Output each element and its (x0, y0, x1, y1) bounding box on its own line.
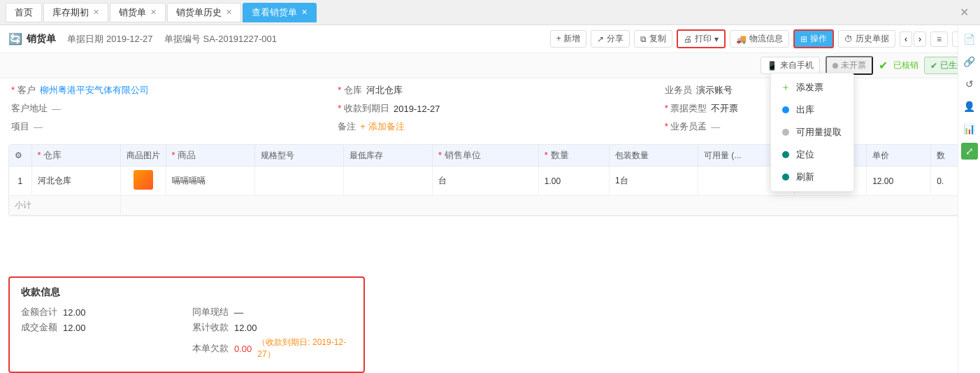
operation-button[interactable]: ⊞ 操作 (793, 29, 834, 48)
window-close-button[interactable]: ✕ (954, 6, 974, 19)
customer-label: 客户 (11, 84, 36, 97)
available-extract-label: 可用量提取 (796, 126, 842, 139)
share-button[interactable]: ↗ 分享 (591, 30, 630, 48)
cell-warehouse: 河北仓库 (31, 167, 120, 196)
not-opened-label: 未开票 (841, 59, 866, 71)
payment-left: 金额合计 12.00 成交金额 12.00 (21, 306, 181, 363)
main-content: 🔄 销货单 单据日期 2019-12-27 单据编号 SA-20191227-0… (0, 25, 980, 373)
total-row: 金额合计 12.00 (21, 306, 181, 318)
tab-view-sales-order-label: 查看销货单 (252, 6, 297, 19)
doc-date-item: 单据日期 2019-12-27 (67, 33, 153, 45)
not-opened-dot (833, 63, 838, 69)
cell-pack-qty: 1台 (609, 167, 698, 196)
dropdown-add-invoice[interactable]: ＋ 添发票 (771, 76, 853, 99)
th-sales-unit: 销售单位 (432, 145, 538, 167)
payment-info-grid: 金额合计 12.00 成交金额 12.00 同单现结 — 累计收款 (21, 306, 352, 363)
address-field: 客户地址 — (11, 102, 315, 115)
tab-inventory-init-close[interactable]: ✕ (93, 8, 99, 17)
th-warehouse: 仓库 (31, 145, 120, 167)
th-min-stock: 最低库存 (343, 145, 432, 167)
from-mobile-label: 来自手机 (780, 59, 814, 71)
payment-info-title: 收款信息 (21, 286, 352, 299)
right-sidebar: 📄 🔗 ↺ 👤 📊 ⤢ (958, 25, 980, 373)
tab-view-sales-order-close[interactable]: ✕ (301, 8, 308, 17)
employee-label: 业务员 (665, 84, 692, 97)
warehouse-field: 仓库 河北仓库 (338, 84, 642, 97)
cumulative-row: 累计收款 12.00 (192, 321, 352, 334)
due-value: 0.00 (234, 344, 252, 354)
add-note-button[interactable]: + 添加备注 (360, 120, 404, 133)
toolbar-right: + 新增 ↗ 分享 ⧉ 复制 🖨 打印 ▾ 🚚 物流信息 (550, 29, 972, 48)
print-icon: 🖨 (684, 34, 692, 44)
transaction-label: 成交金额 (21, 321, 57, 334)
from-mobile-button[interactable]: 📱 来自手机 (761, 57, 820, 74)
tab-home-label: 首页 (15, 6, 33, 19)
locate-icon (781, 150, 791, 160)
sales-value: — (711, 122, 720, 132)
employee-value: 演示账号 (696, 84, 733, 97)
sidebar-doc-icon[interactable]: 📄 (961, 31, 978, 48)
tab-home[interactable]: 首页 (6, 3, 42, 22)
transaction-value: 12.00 (63, 323, 86, 333)
same-order-label: 同单现结 (192, 306, 229, 318)
tab-sales-history-close[interactable]: ✕ (226, 8, 232, 17)
same-order-value: — (234, 307, 243, 318)
cumulative-label: 累计收款 (192, 321, 229, 334)
customer-value[interactable]: 柳州粤港平安气体有限公司 (40, 84, 149, 97)
th-quantity: 数量 (538, 145, 609, 167)
product-image (134, 170, 153, 190)
not-opened-badge[interactable]: 未开票 (826, 56, 873, 75)
due-note: （收款到期日: 2019-12-27） (257, 337, 352, 360)
customer-field: 客户 柳州粤港平安气体有限公司 (11, 84, 315, 97)
share-icon: ↗ (597, 34, 604, 44)
sales-label: 业务员孟 (665, 120, 707, 133)
project-value: — (34, 122, 43, 132)
sidebar-link-icon[interactable]: 🔗 (961, 53, 978, 70)
doc-date-label: 单据日期 (67, 33, 103, 45)
tab-sales-order-close[interactable]: ✕ (150, 8, 157, 17)
sidebar-user-icon[interactable]: 👤 (961, 98, 978, 115)
tab-inventory-init[interactable]: 库存期初 ✕ (43, 3, 108, 22)
subtotal-row: 小计 (9, 196, 971, 216)
doc-type-label: 销货单 (27, 33, 56, 45)
history-icon: ⏱ (844, 34, 853, 44)
new-button[interactable]: + 新增 (550, 30, 586, 48)
done-label: 已核销 (893, 59, 918, 71)
history-button[interactable]: ⏱ 历史单据 (838, 30, 895, 48)
print-button[interactable]: 🖨 打印 ▾ (677, 29, 726, 48)
cell-image (120, 167, 166, 196)
tab-sales-history[interactable]: 销货单历史 ✕ (167, 3, 241, 22)
nav-next-button[interactable]: › (914, 31, 926, 47)
tab-bar: 首页 库存期初 ✕ 销货单 ✕ 销货单历史 ✕ 查看销货单 ✕ ✕ (0, 0, 980, 25)
project-field: 项目 — (11, 120, 315, 133)
dropdown-locate[interactable]: 定位 (771, 143, 853, 166)
copy-label: 复制 (649, 33, 666, 45)
total-value: 12.00 (63, 307, 86, 318)
th-settings[interactable]: ⚙ (9, 145, 31, 167)
cell-product: 嗝嗝嗝嗝 (166, 167, 254, 196)
dropdown-available-extract[interactable]: 可用量提取 (771, 121, 853, 143)
locate-label: 定位 (796, 148, 814, 161)
history-label: 历史单据 (856, 33, 889, 45)
copy-button[interactable]: ⧉ 复制 (634, 30, 672, 48)
sidebar-refresh-icon[interactable]: ↺ (961, 76, 978, 92)
nav-prev-button[interactable]: ‹ (900, 31, 912, 47)
project-label: 项目 (11, 120, 29, 133)
view-list-button[interactable]: ≡ (930, 31, 948, 47)
tab-sales-order[interactable]: 销货单 ✕ (110, 3, 166, 22)
doc-number-label: 单据编号 (164, 33, 201, 45)
sidebar-expand-icon[interactable]: ⤢ (961, 143, 978, 160)
subtotal-values (120, 196, 970, 216)
dropdown-refresh[interactable]: 刷新 (771, 166, 853, 188)
tab-view-sales-order[interactable]: 查看销货单 ✕ (243, 3, 317, 22)
refresh-label: 刷新 (796, 171, 814, 183)
note-field: 备注 + 添加备注 (338, 120, 642, 133)
operation-dropdown: ＋ 添发票 出库 可用量提取 定位 刷新 (770, 73, 854, 192)
logistics-button[interactable]: 🚚 物流信息 (730, 30, 789, 48)
sidebar-chart-icon[interactable]: 📊 (961, 120, 978, 137)
done-icon: ✔ (879, 59, 888, 72)
th-product: 商品 (166, 145, 254, 167)
effective-icon: ✔ (930, 61, 937, 71)
available-extract-icon (781, 127, 791, 137)
dropdown-outbound[interactable]: 出库 (771, 99, 853, 121)
